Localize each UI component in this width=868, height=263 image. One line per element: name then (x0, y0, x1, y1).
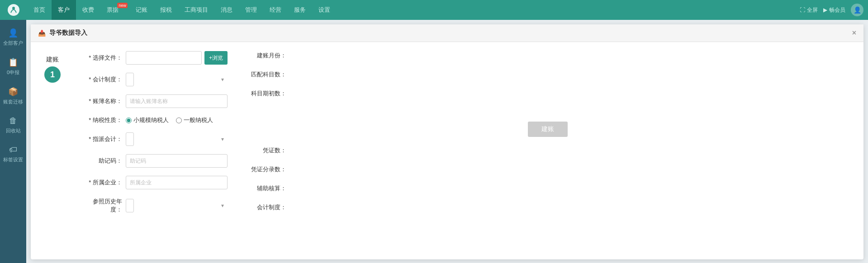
accounting-select-wrapper (126, 73, 228, 86)
main-content: 📤 导爷数据导入 × 建账 1 * 选择文件： (26, 20, 868, 263)
tags-icon: 🏷 (9, 145, 17, 155)
dialog-body: 建账 1 * 选择文件： +浏览 (31, 42, 863, 231)
avatar[interactable]: 👤 (851, 4, 863, 16)
tax-general-label[interactable]: 一般纳税人 (176, 116, 213, 124)
match-value (290, 70, 850, 79)
tax-radio-group: 小规模纳税人 一般纳税人 (126, 116, 228, 124)
dialog-header: 📤 导爷数据导入 × (31, 24, 863, 42)
tax-general-radio[interactable] (176, 117, 182, 123)
sidebar-item-recycle[interactable]: 🗑 回收站 (0, 112, 26, 139)
match-label: 匹配科目数： (246, 70, 286, 79)
nav-tax[interactable]: 报税 (154, 0, 178, 20)
memo-label: 助记码： (81, 157, 122, 165)
initial-label: 科目期初数： (246, 89, 286, 98)
file-input[interactable] (126, 51, 202, 65)
nav-settings[interactable]: 设置 (312, 0, 337, 20)
company-label: * 所属企业： (81, 178, 122, 187)
history-label: 参照历史年度： (81, 197, 122, 214)
nav-right: ⛶ 全屏 ▶ 畅会员 👤 (800, 4, 863, 16)
vip-icon: ▶ (823, 7, 827, 13)
company-input[interactable] (126, 176, 228, 189)
sidebar: 👤 全部客户 📋 0申报 📦 账套迁移 🗑 回收站 🏷 标签设置 (0, 20, 26, 263)
history-select[interactable] (126, 199, 134, 212)
month-value (290, 51, 850, 60)
aux-value (290, 184, 850, 193)
tax-label: * 纳税性质： (81, 116, 122, 124)
top-nav: 首页 客户 收费 票据 new 记账 报税 工商项目 消息 管理 经营 服务 设… (0, 0, 868, 20)
accounting-label: * 会计制度： (81, 75, 122, 84)
vip-btn[interactable]: ▶ 畅会员 (823, 6, 845, 14)
nav-manage[interactable]: 管理 (239, 0, 263, 20)
step-label: 建账 (46, 56, 59, 64)
aux-label: 辅助核算： (246, 184, 286, 193)
tax-small-scale-label[interactable]: 小规模纳税人 (126, 116, 169, 124)
form-section: * 选择文件： +浏览 * 会计制度： (81, 51, 228, 222)
import-icon: 📤 (38, 29, 46, 37)
system-value (290, 203, 850, 212)
accountant-row: * 指派会计： (81, 132, 228, 146)
file-row: * 选择文件： +浏览 (81, 51, 228, 65)
browse-button[interactable]: +浏览 (204, 51, 228, 65)
close-button[interactable]: × (852, 29, 856, 37)
build-account-button[interactable]: 建账 (528, 122, 568, 137)
nav-bookkeeping[interactable]: 记账 (129, 0, 154, 20)
new-badge: new (117, 3, 128, 8)
accounting-row: * 会计制度： (81, 73, 228, 86)
build-btn-row: 建账 (246, 108, 850, 137)
sidebar-item-zero-report[interactable]: 📋 0申报 (0, 53, 26, 80)
accounting-select[interactable] (126, 73, 134, 86)
all-customers-icon: 👤 (8, 28, 18, 38)
voucher-value (290, 146, 850, 155)
match-row: 匹配科目数： (246, 70, 850, 79)
zero-report-icon: 📋 (8, 57, 18, 67)
accountant-select[interactable] (126, 132, 134, 146)
dialog: 📤 导爷数据导入 × 建账 1 * 选择文件： (31, 24, 863, 259)
initial-row: 科目期初数： (246, 89, 850, 98)
initial-value (290, 89, 850, 98)
dialog-footer (31, 231, 863, 258)
nav-business[interactable]: 工商项目 (178, 0, 214, 20)
tax-small-scale-radio[interactable] (126, 117, 132, 123)
voucher-records-label: 凭证分录数： (246, 165, 286, 174)
month-label: 建账月份： (246, 52, 286, 60)
nav-message[interactable]: 消息 (214, 0, 239, 20)
fullscreen-icon: ⛶ (800, 7, 805, 13)
history-row: 参照历史年度： (81, 197, 228, 214)
step-circle: 1 (44, 66, 61, 83)
system-label: 会计制度： (246, 203, 286, 211)
nav-fees[interactable]: 收费 (76, 0, 100, 20)
logo (5, 1, 23, 19)
ledger-label: * 账簿名称： (81, 97, 122, 105)
dialog-title: 导爷数据导入 (49, 29, 87, 37)
nav-operation[interactable]: 经营 (263, 0, 288, 20)
month-row: 建账月份： (246, 51, 850, 60)
nav-service[interactable]: 服务 (288, 0, 312, 20)
nav-home[interactable]: 首页 (27, 0, 52, 20)
ledger-row: * 账簿名称： (81, 94, 228, 108)
memo-input[interactable] (126, 154, 228, 168)
history-select-wrapper (126, 199, 228, 212)
accountant-select-wrapper (126, 132, 228, 146)
voucher-row: 凭证数： (246, 146, 850, 155)
svg-point-1 (12, 7, 15, 9)
sidebar-item-all-customers[interactable]: 👤 全部客户 (0, 23, 26, 51)
step-section: 建账 1 (44, 51, 61, 83)
voucher-label: 凭证数： (246, 146, 286, 155)
fullscreen-btn[interactable]: ⛶ 全屏 (800, 6, 818, 14)
nav-customer[interactable]: 客户 (52, 0, 76, 20)
system-row: 会计制度： (246, 203, 850, 212)
avatar-icon: 👤 (854, 6, 861, 14)
voucher-records-row: 凭证分录数： (246, 165, 850, 174)
sidebar-item-tags[interactable]: 🏷 标签设置 (0, 141, 26, 168)
nav-items: 首页 客户 收费 票据 new 记账 报税 工商项目 消息 管理 经营 服务 设… (27, 0, 800, 20)
migration-icon: 📦 (8, 87, 18, 97)
voucher-records-value (290, 165, 850, 174)
nav-invoice[interactable]: 票据 new (100, 0, 129, 20)
info-panel: 建账月份： 匹配科目数： 科目期初数： 建账 (228, 51, 850, 222)
aux-row: 辅助核算： (246, 184, 850, 193)
ledger-input[interactable] (126, 94, 228, 108)
sidebar-item-migration[interactable]: 📦 账套迁移 (0, 82, 26, 110)
memo-row: 助记码： (81, 154, 228, 168)
tax-row: * 纳税性质： 小规模纳税人 一般纳税人 (81, 116, 228, 124)
file-label: * 选择文件： (81, 54, 122, 62)
